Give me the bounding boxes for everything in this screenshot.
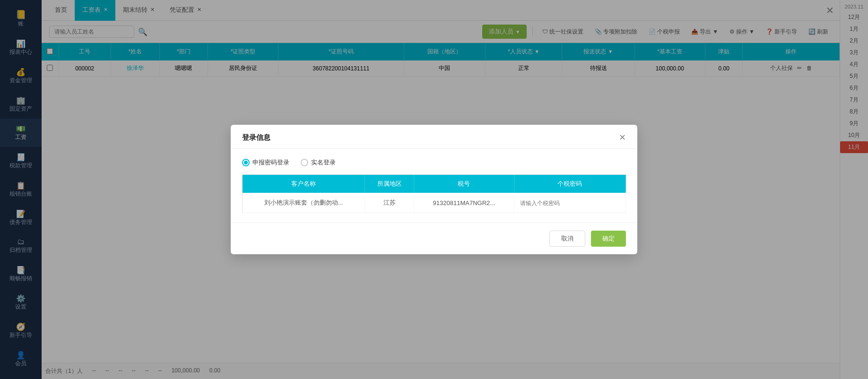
dialog-cell-tax-number: 91320811MA7NGR2... [414,193,514,213]
tax-password-input[interactable] [520,200,620,207]
dialog-overlay: 登录信息 ✕ 申报密码登录 实名登录 客户名称 所属 [0,0,868,379]
login-dialog: 登录信息 ✕ 申报密码登录 实名登录 客户名称 所属 [231,125,637,254]
dialog-title: 登录信息 [242,133,270,142]
dialog-footer: 取消 确定 [231,223,637,254]
radio-realname-login[interactable]: 实名登录 [301,158,336,167]
dialog-col-tax-password: 个税密码 [514,175,625,193]
dialog-table: 客户名称 所属地区 税号 个税密码 刘小艳演示账套（勿删勿动... 江苏 913… [242,174,626,213]
dialog-header: 登录信息 ✕ [231,125,637,149]
cancel-button[interactable]: 取消 [549,231,585,247]
dialog-col-client-name: 客户名称 [243,175,365,193]
radio-password-login[interactable]: 申报密码登录 [242,158,289,167]
dialog-cell-tax-password[interactable] [514,193,625,213]
radio-group: 申报密码登录 实名登录 [242,158,626,167]
dialog-cell-client-name: 刘小艳演示账套（勿删勿动... [243,193,365,213]
dialog-cell-region: 江苏 [365,193,414,213]
dialog-col-tax-number: 税号 [414,175,514,193]
confirm-button[interactable]: 确定 [591,231,626,247]
radio-circle-password[interactable] [242,159,250,166]
dialog-table-row: 刘小艳演示账套（勿删勿动... 江苏 91320811MA7NGR2... [243,193,626,213]
dialog-close-button[interactable]: ✕ [619,132,626,143]
radio-circle-realname[interactable] [301,159,308,166]
dialog-col-region: 所属地区 [365,175,414,193]
dialog-body: 申报密码登录 实名登录 客户名称 所属地区 税号 个税密码 [231,149,637,223]
